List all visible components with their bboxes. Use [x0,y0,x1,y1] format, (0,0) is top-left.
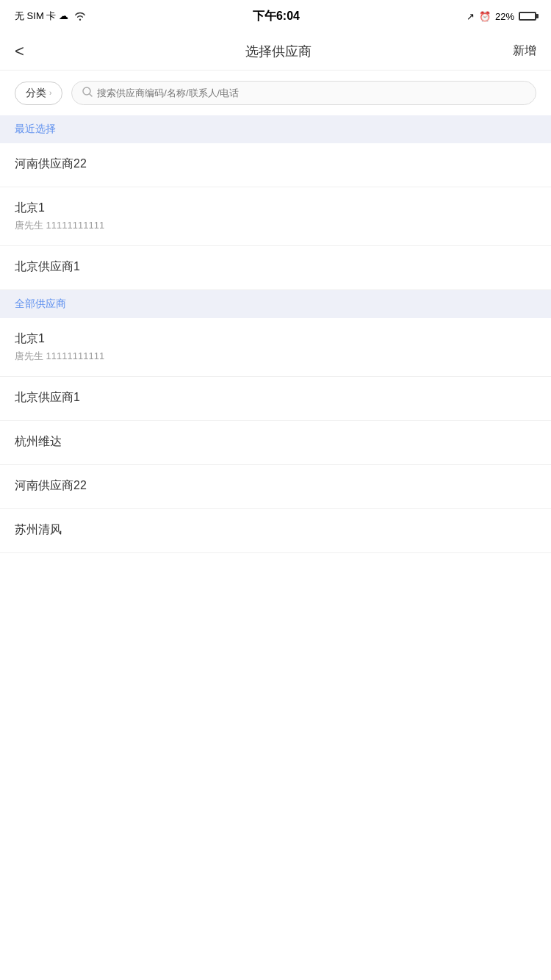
filter-bar: 分类 › [0,71,551,115]
no-sim-label: 无 SIM 卡 ☁ [15,10,68,23]
all-section-header: 全部供应商 [0,290,551,318]
list-item[interactable]: 北京供应商1 [0,246,551,290]
item-name: 河南供应商22 [15,478,536,494]
svg-line-1 [90,94,92,96]
all-items-list: 北京1唐先生 11111111111北京供应商1杭州维达河南供应商22苏州清风 [0,318,551,553]
list-item[interactable]: 河南供应商22 [0,143,551,187]
item-name: 北京1 [15,201,536,216]
alarm-icon: ⏰ [479,11,491,22]
search-box [71,81,536,105]
status-left: 无 SIM 卡 ☁ [15,10,86,23]
nav-bar: < 选择供应商 新增 [0,32,551,71]
search-input[interactable] [97,87,525,98]
category-filter-button[interactable]: 分类 › [15,82,62,105]
list-item[interactable]: 北京供应商1 [0,377,551,421]
list-item[interactable]: 北京1唐先生 11111111111 [0,187,551,246]
category-label: 分类 [26,87,46,100]
recent-section-header: 最近选择 [0,115,551,143]
chevron-right-icon: › [49,89,51,97]
item-name: 河南供应商22 [15,156,536,172]
page-title: 选择供应商 [245,43,311,60]
back-button[interactable]: < [15,42,44,61]
item-name: 北京供应商1 [15,390,536,406]
status-right: ↗ ⏰ 22% [467,11,536,22]
list-item[interactable]: 杭州维达 [0,421,551,465]
search-icon [82,87,93,99]
add-button[interactable]: 新增 [513,43,536,59]
battery-percent: 22% [495,11,514,22]
wifi-icon [74,12,86,21]
item-name: 北京供应商1 [15,259,536,275]
item-detail: 唐先生 11111111111 [15,350,536,363]
location-icon: ↗ [467,11,475,22]
item-name: 杭州维达 [15,434,536,450]
item-name: 北京1 [15,331,536,347]
item-name: 苏州清风 [15,522,536,538]
status-bar: 无 SIM 卡 ☁ 下午6:04 ↗ ⏰ 22% [0,0,551,32]
battery-icon [519,12,536,21]
list-item[interactable]: 北京1唐先生 11111111111 [0,318,551,377]
status-time: 下午6:04 [253,9,300,24]
recent-items-list: 河南供应商22北京1唐先生 11111111111北京供应商1 [0,143,551,290]
item-detail: 唐先生 11111111111 [15,219,536,232]
list-item[interactable]: 苏州清风 [0,509,551,553]
list-item[interactable]: 河南供应商22 [0,465,551,509]
